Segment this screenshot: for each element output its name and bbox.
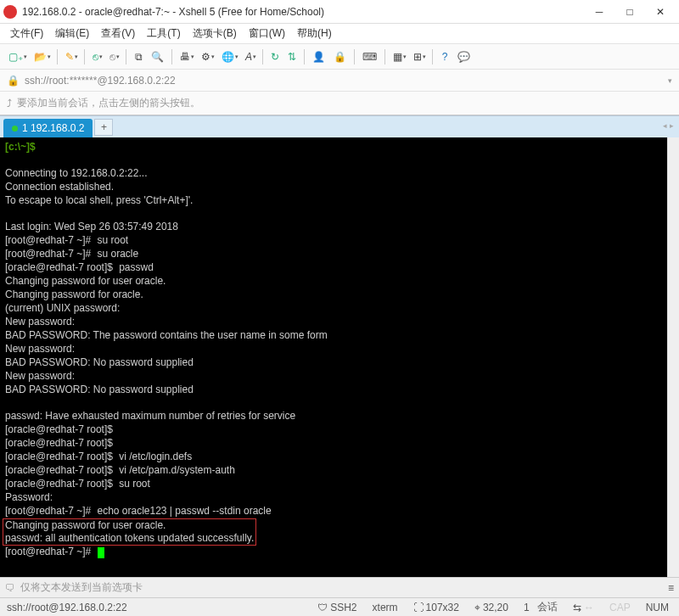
properties-icon: ⚙ bbox=[201, 51, 210, 63]
highlight-button[interactable]: ✎▾ bbox=[62, 48, 80, 66]
separator bbox=[384, 49, 385, 64]
chevron-down-icon: ▾ bbox=[191, 53, 194, 60]
status-sessions: 1 会话 bbox=[520, 600, 561, 614]
shield-icon: 🛡 bbox=[317, 602, 328, 613]
terminal-content: [c:\~]$ Connecting to 192.168.0.2:22... … bbox=[5, 141, 662, 559]
close-button[interactable]: ✕ bbox=[645, 2, 676, 22]
separator bbox=[432, 49, 433, 64]
separator bbox=[84, 49, 85, 64]
terminal[interactable]: [c:\~]$ Connecting to 192.168.0.2:22... … bbox=[0, 137, 667, 577]
properties-button[interactable]: ⚙▾ bbox=[198, 48, 216, 66]
help-button[interactable]: ? bbox=[437, 48, 452, 66]
web-button[interactable]: 🌐▾ bbox=[218, 48, 240, 66]
tab-label: 1 192.168.0.2 bbox=[22, 122, 84, 134]
status-nav[interactable]: ⇆↔ bbox=[570, 602, 598, 613]
menu-tools[interactable]: 工具(T) bbox=[142, 25, 185, 42]
lock-icon: 🔒 bbox=[334, 51, 346, 63]
disconnect-button[interactable]: ⎋▾ bbox=[106, 48, 121, 66]
maximize-button[interactable]: □ bbox=[614, 2, 645, 22]
resize-icon: ⛶ bbox=[413, 602, 424, 613]
pencil-icon: ✎ bbox=[65, 51, 74, 63]
add-tab-button[interactable]: + bbox=[94, 119, 113, 136]
chat-button[interactable]: 💬 bbox=[454, 48, 474, 66]
chevron-down-icon: ▾ bbox=[403, 53, 407, 60]
chevron-down-icon[interactable]: ▾ bbox=[668, 76, 672, 85]
plug-icon: ⎋ bbox=[93, 51, 98, 63]
sync-button[interactable]: ↻ bbox=[267, 48, 283, 66]
session-tab-active[interactable]: 1 192.168.0.2 bbox=[3, 119, 93, 137]
cursor-pos-icon: ⌖ bbox=[474, 602, 480, 613]
copy-icon: ⧉ bbox=[135, 51, 143, 63]
highlighted-output: Changing password for user oracle. passw… bbox=[3, 518, 256, 546]
chevron-down-icon: ▾ bbox=[116, 53, 120, 60]
chevron-down-icon: ▾ bbox=[48, 53, 51, 60]
command-bar[interactable]: 🗨 仅将文本发送到当前选项卡 ≡ bbox=[0, 577, 679, 597]
status-size: ⛶107x32 bbox=[410, 602, 463, 613]
status-cap: CAP bbox=[606, 602, 634, 613]
lock-button[interactable]: 🔒 bbox=[330, 48, 350, 66]
transfer-icon: ⇅ bbox=[288, 51, 296, 63]
reconnect-button[interactable]: ⎋▾ bbox=[89, 48, 104, 66]
cursor bbox=[98, 547, 104, 558]
status-connection: ssh://root@192.168.0.2:22 bbox=[7, 602, 306, 613]
transfer-button[interactable]: ⇅ bbox=[284, 48, 300, 66]
tab-strip: 1 192.168.0.2 + ◂ ▸ bbox=[0, 115, 679, 137]
user-button[interactable]: 👤 bbox=[309, 48, 328, 66]
help-icon: ? bbox=[442, 51, 448, 63]
title-bar: 192.168.0.2 - oracle@redhat-7:~ - Xshell… bbox=[0, 0, 679, 24]
toolbar: ▢₊▾ 📂▾ ✎▾ ⎋▾ ⎋▾ ⧉ 🔍 🖶▾ ⚙▾ 🌐▾ A▾ ↻ ⇅ 👤 🔒 … bbox=[0, 44, 679, 70]
hamburger-icon[interactable]: ≡ bbox=[668, 582, 674, 594]
minimize-button[interactable]: ─ bbox=[584, 2, 614, 22]
address-text: ssh://root:*******@192.168.0.2:22 bbox=[25, 75, 663, 87]
print-button[interactable]: 🖶▾ bbox=[177, 48, 196, 66]
keyboard-button[interactable]: ⌨ bbox=[359, 48, 380, 66]
new-button[interactable]: ▢₊▾ bbox=[5, 48, 29, 66]
separator bbox=[126, 49, 126, 64]
menu-bar: 文件(F) 编辑(E) 查看(V) 工具(T) 选项卡(B) 窗口(W) 帮助(… bbox=[0, 24, 679, 44]
menu-edit[interactable]: 编辑(E) bbox=[50, 25, 94, 42]
user-icon: 👤 bbox=[312, 51, 325, 63]
folder-open-icon: 📂 bbox=[34, 51, 47, 63]
menu-view[interactable]: 查看(V) bbox=[96, 25, 140, 42]
terminal-area: [c:\~]$ Connecting to 192.168.0.2:22... … bbox=[0, 137, 679, 577]
separator bbox=[262, 49, 263, 64]
layout-button[interactable]: ▦▾ bbox=[390, 48, 408, 66]
copy-button[interactable]: ⧉ bbox=[131, 48, 146, 66]
plus-icon: + bbox=[101, 121, 107, 133]
command-hint: 仅将文本发送到当前选项卡 bbox=[20, 580, 143, 595]
hint-text: 要添加当前会话，点击左侧的箭头按钮。 bbox=[17, 96, 200, 110]
arrows-icon: ⇆ bbox=[573, 602, 581, 613]
search-icon: 🔍 bbox=[151, 51, 164, 63]
status-dot-icon bbox=[12, 126, 18, 132]
tile-icon: ⊞ bbox=[413, 51, 422, 63]
menu-file[interactable]: 文件(F) bbox=[5, 25, 48, 42]
status-bar: ssh://root@192.168.0.2:22 🛡SSH2 xterm ⛶1… bbox=[0, 597, 679, 616]
lock-icon: 🔒 bbox=[7, 75, 20, 87]
chevron-down-icon: ▾ bbox=[423, 53, 426, 60]
separator bbox=[171, 49, 172, 64]
chevron-down-icon: ▾ bbox=[211, 53, 215, 60]
chevron-down-icon: ▾ bbox=[24, 53, 27, 60]
menu-window[interactable]: 窗口(W) bbox=[244, 25, 290, 42]
globe-icon: 🌐 bbox=[222, 51, 234, 63]
speaker-icon: 🗨 bbox=[5, 582, 15, 594]
menu-help[interactable]: 帮助(H) bbox=[292, 25, 337, 42]
open-button[interactable]: 📂▾ bbox=[31, 48, 53, 66]
app-icon bbox=[3, 5, 17, 19]
tab-nav[interactable]: ◂ ▸ bbox=[663, 121, 674, 130]
sync-icon: ↻ bbox=[271, 51, 279, 63]
scrollbar[interactable] bbox=[667, 137, 679, 577]
font-button[interactable]: A▾ bbox=[242, 48, 258, 66]
chevron-down-icon: ▾ bbox=[235, 53, 238, 60]
status-num: NUM bbox=[643, 602, 672, 613]
tile-button[interactable]: ⊞▾ bbox=[410, 48, 428, 66]
status-cursor: ⌖32,20 bbox=[471, 602, 512, 613]
address-bar[interactable]: 🔒 ssh://root:*******@192.168.0.2:22 ▾ bbox=[0, 70, 679, 92]
printer-icon: 🖶 bbox=[180, 51, 190, 63]
font-icon: A bbox=[245, 51, 252, 63]
search-button[interactable]: 🔍 bbox=[148, 48, 167, 66]
separator bbox=[57, 49, 58, 64]
menu-tabs[interactable]: 选项卡(B) bbox=[188, 25, 242, 42]
add-session-arrow-icon[interactable]: ⤴ bbox=[7, 98, 12, 109]
status-proto: 🛡SSH2 bbox=[314, 602, 360, 613]
